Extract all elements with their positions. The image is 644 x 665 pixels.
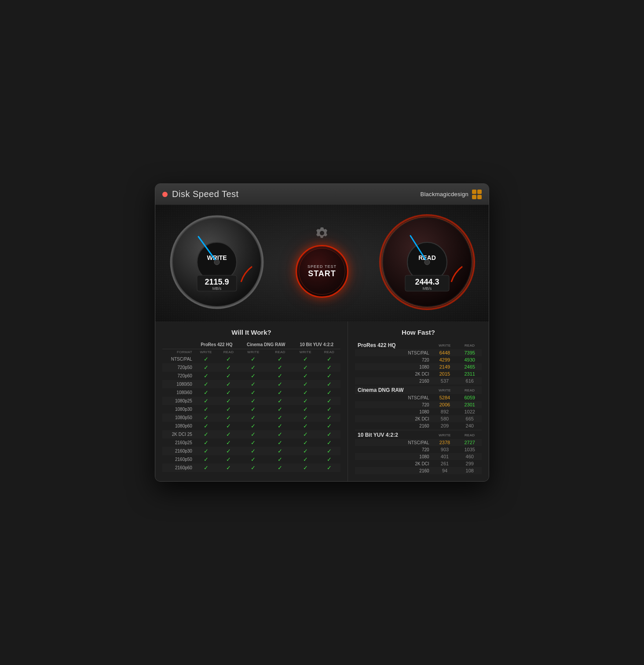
check-icon: ✓ <box>251 423 256 429</box>
table-row: 2160p50✓✓✓✓✓✓ <box>162 455 340 464</box>
check-cell: ✓ <box>318 438 340 447</box>
check-cell: ✓ <box>293 455 318 464</box>
table-row: 720p50✓✓✓✓✓✓ <box>162 363 340 372</box>
check-icon: ✓ <box>278 456 282 463</box>
check-icon: ✓ <box>327 414 332 421</box>
hf-format: 2K DCI <box>355 460 432 467</box>
start-button-text: START <box>308 269 336 278</box>
check-cell: ✓ <box>293 397 318 405</box>
title-bar: Disk Speed Test Blackmagicdesign <box>155 184 489 205</box>
close-button[interactable] <box>162 192 168 197</box>
check-icon: ✓ <box>278 356 282 362</box>
check-icon: ✓ <box>327 406 332 413</box>
hf-write-val: 2378 <box>432 439 458 446</box>
check-cell: ✓ <box>239 455 268 464</box>
check-cell: ✓ <box>293 372 318 380</box>
hf-read-val: 299 <box>457 460 482 467</box>
check-icon: ✓ <box>251 414 256 421</box>
start-button[interactable]: SPEED TEST START <box>296 245 348 298</box>
check-icon: ✓ <box>204 406 209 413</box>
hf-data-row: 2K DCI 580 665 <box>355 415 482 422</box>
check-icon: ✓ <box>204 356 209 362</box>
check-cell: ✓ <box>293 447 318 455</box>
check-cell: ✓ <box>293 413 318 422</box>
hf-section-name: Cinema DNG RAW <box>355 386 432 394</box>
check-icon: ✓ <box>278 389 282 396</box>
check-icon: ✓ <box>278 448 282 454</box>
hf-data-row: 1080 401 460 <box>355 453 482 460</box>
check-cell: ✓ <box>194 464 218 472</box>
check-icon: ✓ <box>226 356 231 362</box>
check-cell: ✓ <box>267 388 293 397</box>
check-cell: ✓ <box>318 430 340 438</box>
check-cell: ✓ <box>318 455 340 464</box>
check-cell: ✓ <box>318 355 340 363</box>
check-icon: ✓ <box>251 398 256 404</box>
check-cell: ✓ <box>194 430 218 438</box>
table-row: 2160p30✓✓✓✓✓✓ <box>162 447 340 455</box>
check-cell: ✓ <box>194 397 218 405</box>
format-name: 1080p60 <box>162 422 194 430</box>
check-cell: ✓ <box>194 447 218 455</box>
check-cell: ✓ <box>293 464 318 472</box>
check-cell: ✓ <box>218 413 239 422</box>
hf-data-row: 2K DCI 261 299 <box>355 460 482 467</box>
check-icon: ✓ <box>303 464 308 471</box>
table-row: 2K DCI 25✓✓✓✓✓✓ <box>162 430 340 438</box>
hf-format: 2K DCI <box>355 370 432 377</box>
check-cell: ✓ <box>194 372 218 380</box>
check-cell: ✓ <box>318 388 340 397</box>
table-row: 1080i60✓✓✓✓✓✓ <box>162 388 340 397</box>
check-icon: ✓ <box>204 389 209 396</box>
title-bar-left: Disk Speed Test <box>162 189 239 199</box>
svg-text:2444.3: 2444.3 <box>415 278 439 286</box>
check-cell: ✓ <box>218 405 239 413</box>
hf-write-val: 6448 <box>432 349 458 356</box>
hf-format: 720 <box>355 401 432 408</box>
hf-format: NTSC/PAL <box>355 439 432 446</box>
prores-header: ProRes 422 HQ <box>194 341 239 349</box>
check-icon: ✓ <box>303 423 308 429</box>
hf-write-val: 5284 <box>432 394 458 401</box>
hf-read-val: 2727 <box>457 439 482 446</box>
check-icon: ✓ <box>226 439 231 446</box>
hf-section-row: 10 Bit YUV 4:2:2 WRITE READ <box>355 431 482 439</box>
check-icon: ✓ <box>303 373 308 379</box>
check-cell: ✓ <box>239 422 268 430</box>
check-cell: ✓ <box>194 413 218 422</box>
hf-format: 2K DCI <box>355 415 432 422</box>
table-row: NTSC/PAL✓✓✓✓✓✓ <box>162 355 340 363</box>
cinema-read-col: READ <box>267 349 293 355</box>
check-cell: ✓ <box>218 372 239 380</box>
check-cell: ✓ <box>267 447 293 455</box>
format-name: 720p50 <box>162 363 194 372</box>
gear-icon[interactable] <box>315 227 329 240</box>
check-cell: ✓ <box>239 372 268 380</box>
check-cell: ✓ <box>267 464 293 472</box>
check-icon: ✓ <box>251 456 256 463</box>
check-cell: ✓ <box>267 397 293 405</box>
check-cell: ✓ <box>218 455 239 464</box>
center-controls: SPEED TEST START <box>296 227 348 298</box>
check-icon: ✓ <box>204 373 209 379</box>
data-section: Will It Work? ProRes 422 HQ Cinema DNG R… <box>155 322 489 481</box>
check-cell: ✓ <box>239 447 268 455</box>
prores-write-col: WRITE <box>194 349 218 355</box>
hf-format: 2160 <box>355 422 432 429</box>
hf-read-val: 1035 <box>457 446 482 453</box>
format-name: 1080p30 <box>162 405 194 413</box>
check-icon: ✓ <box>278 464 282 471</box>
hf-read-val: 2465 <box>457 363 482 370</box>
hf-data-row: 1080 2149 2465 <box>355 363 482 370</box>
check-cell: ✓ <box>218 438 239 447</box>
read-gauge: 2444.3 MB/s READ <box>379 214 476 311</box>
check-cell: ✓ <box>318 372 340 380</box>
hf-read-val: 616 <box>457 377 482 384</box>
check-icon: ✓ <box>204 431 209 438</box>
check-cell: ✓ <box>318 422 340 430</box>
check-cell: ✓ <box>267 355 293 363</box>
check-cell: ✓ <box>239 430 268 438</box>
hf-write-val: 903 <box>432 446 458 453</box>
hf-section-row: ProRes 422 HQ WRITE READ <box>355 341 482 349</box>
check-cell: ✓ <box>218 464 239 472</box>
